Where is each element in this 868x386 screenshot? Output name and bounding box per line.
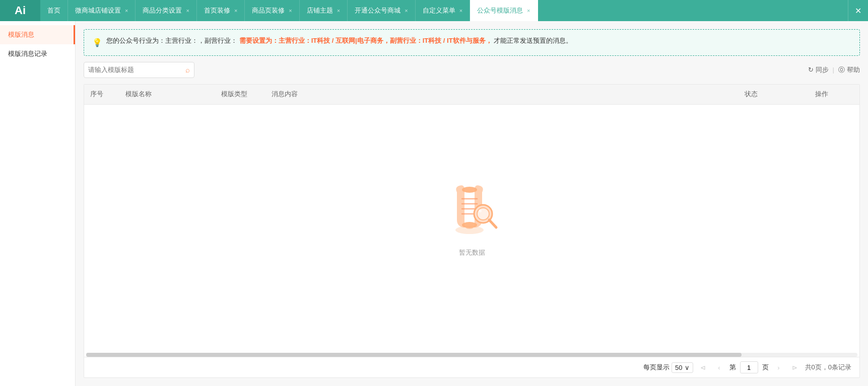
top-nav: Ai 首页微商城店铺设置×商品分类设置×首页装修×商品页装修×店铺主题×开通公众… bbox=[0, 0, 868, 21]
next-page-button[interactable]: › bbox=[773, 361, 785, 373]
page-size-select: 每页显示 50 ∨ bbox=[643, 362, 693, 373]
search-input[interactable] bbox=[88, 66, 185, 73]
search-icon[interactable]: ⌕ bbox=[185, 65, 190, 74]
page-size-dropdown[interactable]: 50 ∨ bbox=[672, 362, 693, 373]
close-tab-shop-settings[interactable]: × bbox=[125, 8, 128, 14]
prev-page-button[interactable]: ‹ bbox=[713, 361, 725, 373]
first-page-button[interactable]: ⊲ bbox=[697, 361, 709, 373]
empty-state: 暂无数据 bbox=[84, 105, 859, 353]
notice-banner: 💡 您的公众号行业为：主营行业：，副营行业： 需要设置为：主营行业：IT科技 /… bbox=[84, 29, 860, 56]
last-page-button[interactable]: ⊳ bbox=[789, 361, 801, 373]
refresh-icon: ↻ bbox=[808, 66, 814, 73]
col-header-seq: 序号 bbox=[84, 90, 119, 99]
pagination: 每页显示 50 ∨ ⊲ ‹ 第 页 › ⊳ 共0页，0条记录 bbox=[84, 357, 859, 377]
close-tab-open-mall[interactable]: × bbox=[405, 8, 408, 14]
sidebar: 模版消息模版消息记录 bbox=[0, 21, 76, 386]
nav-tab-home[interactable]: 首页 bbox=[40, 0, 68, 21]
empty-illustration bbox=[442, 180, 502, 240]
lightbulb-icon: 💡 bbox=[92, 36, 102, 49]
table-header: 序号 模版名称 模版类型 消息内容 状态 操作 bbox=[84, 85, 859, 105]
nav-tab-custom-menu[interactable]: 自定义菜单× bbox=[416, 0, 470, 21]
page-prefix: 第 bbox=[729, 363, 736, 372]
app-logo: Ai bbox=[0, 0, 40, 21]
nav-tab-shop-settings[interactable]: 微商城店铺设置× bbox=[68, 0, 136, 21]
close-all-tabs-button[interactable]: ✕ bbox=[848, 0, 868, 21]
sync-button[interactable]: ↻ 同步 bbox=[808, 65, 829, 74]
svg-line-9 bbox=[489, 220, 496, 227]
chevron-down-icon: ∨ bbox=[685, 364, 690, 371]
content-area: 💡 您的公众号行业为：主营行业：，副营行业： 需要设置为：主营行业：IT科技 /… bbox=[76, 21, 868, 386]
current-page-input[interactable] bbox=[740, 361, 758, 373]
nav-tab-product-decoration[interactable]: 商品页装修× bbox=[245, 0, 299, 21]
close-tab-product-decoration[interactable]: × bbox=[289, 8, 292, 14]
scrollbar-thumb[interactable] bbox=[86, 353, 742, 357]
col-header-action: 操作 bbox=[809, 90, 859, 99]
svg-point-2 bbox=[462, 222, 477, 228]
nav-tab-store-theme[interactable]: 店铺主题× bbox=[300, 0, 348, 21]
page-size-value: 50 bbox=[675, 364, 682, 371]
close-tab-template-message[interactable]: × bbox=[527, 8, 530, 14]
help-icon: ⓪ bbox=[838, 65, 845, 74]
empty-text: 暂无数据 bbox=[459, 248, 485, 257]
main-layout: 模版消息模版消息记录 💡 您的公众号行业为：主营行业：，副营行业： 需要设置为：… bbox=[0, 21, 868, 386]
sidebar-item-template-message[interactable]: 模版消息 bbox=[0, 25, 75, 44]
col-header-name: 模版名称 bbox=[119, 90, 215, 99]
total-info: 共0页，0条记录 bbox=[805, 363, 851, 372]
toolbar-right: ↻ 同步 | ⓪ 帮助 bbox=[808, 65, 860, 74]
col-header-status: 状态 bbox=[739, 90, 809, 99]
close-tab-store-theme[interactable]: × bbox=[337, 8, 340, 14]
close-tab-category-settings[interactable]: × bbox=[186, 8, 189, 14]
nav-tab-open-mall[interactable]: 开通公众号商城× bbox=[348, 0, 415, 21]
col-header-type: 模版类型 bbox=[215, 90, 265, 99]
svg-point-10 bbox=[479, 209, 482, 212]
col-header-content: 消息内容 bbox=[265, 90, 739, 99]
sidebar-item-template-record[interactable]: 模版消息记录 bbox=[0, 44, 75, 63]
svg-point-1 bbox=[462, 187, 477, 193]
page-unit: 页 bbox=[762, 363, 769, 372]
close-tab-custom-menu[interactable]: × bbox=[459, 8, 462, 14]
notice-text: 您的公众号行业为：主营行业：，副营行业： 需要设置为：主营行业：IT科技 / 互… bbox=[106, 36, 572, 46]
data-table: 序号 模版名称 模版类型 消息内容 状态 操作 bbox=[84, 84, 860, 378]
nav-tab-home-decoration[interactable]: 首页装修× bbox=[197, 0, 245, 21]
page-size-label: 每页显示 bbox=[643, 363, 670, 372]
search-input-wrap[interactable]: ⌕ bbox=[84, 62, 194, 78]
search-bar: ⌕ ↻ 同步 | ⓪ 帮助 bbox=[84, 62, 860, 78]
divider: | bbox=[833, 66, 834, 73]
close-tab-home-decoration[interactable]: × bbox=[234, 8, 237, 14]
nav-tab-category-settings[interactable]: 商品分类设置× bbox=[136, 0, 196, 21]
nav-tabs: 首页微商城店铺设置×商品分类设置×首页装修×商品页装修×店铺主题×开通公众号商城… bbox=[40, 0, 848, 21]
nav-tab-template-message[interactable]: 公众号模版消息× bbox=[470, 0, 538, 21]
help-button[interactable]: ⓪ 帮助 bbox=[838, 65, 860, 74]
svg-point-8 bbox=[477, 208, 489, 220]
horizontal-scrollbar[interactable] bbox=[86, 353, 857, 357]
